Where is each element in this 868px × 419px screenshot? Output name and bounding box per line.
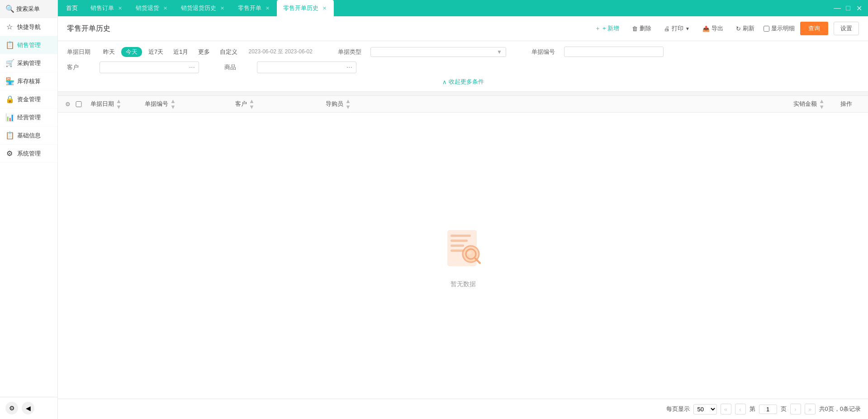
sidebar-item-label: 经营管理 <box>17 113 41 122</box>
tab-sales-order-close[interactable]: ✕ <box>117 5 123 11</box>
settings-footer-btn[interactable]: ⚙ <box>5 402 18 414</box>
tab-retail-open-history-label: 零售开单历史 <box>283 4 318 12</box>
doc-number-label: 单据编号 <box>531 48 557 56</box>
sidebar-item-base-info[interactable]: 📋 基础信息 <box>0 127 57 145</box>
svg-rect-1 <box>451 235 471 237</box>
tab-retail-open-history[interactable]: 零售开单历史 ✕ <box>277 0 334 16</box>
filter-area: 单据日期 昨天 今天 近7天 近1月 更多 自定义 2023-06-02 至 2… <box>58 41 868 92</box>
select-all-checkbox[interactable] <box>74 101 83 107</box>
sidebar: 🔍 搜索采单 ☆ 快捷导航 📋 销售管理 🛒 采购管理 🏪 库存核算 🔒 资金管… <box>0 0 58 419</box>
col-number[interactable]: 单据编号 ▲▼ <box>141 98 232 110</box>
quick-nav-icon: ☆ <box>5 23 14 31</box>
sales-mgmt-icon: 📋 <box>5 41 14 49</box>
col-date[interactable]: 单据日期 ▲▼ <box>87 98 141 110</box>
display-detail-check[interactable]: 显示明细 <box>764 24 795 33</box>
minimize-btn[interactable]: — <box>834 5 841 12</box>
collapse-sidebar-btn[interactable]: ◀ <box>22 402 34 414</box>
table-area: ⚙ 单据日期 ▲▼ 单据编号 ▲▼ 客户 <box>58 95 868 419</box>
sidebar-item-sales-mgmt[interactable]: 📋 销售管理 <box>0 36 57 54</box>
col-amount[interactable]: 实销金额 ▲▼ <box>774 98 828 110</box>
print-button[interactable]: 🖨 打印 ▼ <box>660 23 693 34</box>
product-label: 商品 <box>224 63 250 71</box>
date-btn-today[interactable]: 今天 <box>121 47 142 57</box>
doc-number-input[interactable] <box>564 47 664 57</box>
tab-sales-return-history[interactable]: 销货退货历史 ✕ <box>175 0 232 16</box>
date-btn-more[interactable]: 更多 <box>194 47 213 57</box>
tab-retail-open-history-close[interactable]: ✕ <box>321 5 327 11</box>
tab-sales-return-close[interactable]: ✕ <box>162 5 168 11</box>
close-btn[interactable]: ✕ <box>855 5 863 12</box>
delete-button[interactable]: 🗑 删除 <box>628 23 655 34</box>
query-button[interactable]: 查询 <box>800 22 828 35</box>
date-btn-last-month[interactable]: 近1月 <box>170 47 192 57</box>
sidebar-item-label: 系统管理 <box>17 150 41 158</box>
prev-page-icon: ‹ <box>739 406 741 413</box>
table-settings-icon[interactable]: ⚙ <box>62 98 74 110</box>
product-input-wrap[interactable]: ··· <box>257 61 356 73</box>
tab-sales-return-history-close[interactable]: ✕ <box>219 5 225 11</box>
gear-icon: ⚙ <box>65 101 71 108</box>
add-label: + 新增 <box>602 24 619 33</box>
tab-retail-open-close[interactable]: ✕ <box>264 5 270 11</box>
sidebar-search-btn[interactable]: 🔍 搜索采单 <box>0 0 57 18</box>
sidebar-footer: ⚙ ◀ <box>0 397 57 419</box>
window-buttons: — □ ✕ <box>834 5 866 12</box>
col-guide[interactable]: 导购员 ▲▼ <box>322 98 390 110</box>
col-date-label: 单据日期 <box>90 100 114 108</box>
col-customer[interactable]: 客户 ▲▼ <box>232 98 322 110</box>
page-number-input[interactable] <box>759 405 777 414</box>
refresh-label: 刷新 <box>743 24 754 33</box>
page-header: 零售开单历史 ＋ + 新增 🗑 删除 🖨 打印 ▼ 📤 导出 <box>58 16 868 41</box>
product-expand-icon[interactable]: ··· <box>346 63 352 71</box>
col-guide-sort-icon: ▲▼ <box>345 98 351 110</box>
add-button[interactable]: ＋ + 新增 <box>591 23 623 34</box>
settings-button[interactable]: 设置 <box>834 22 859 35</box>
tab-sales-return-label: 销货退货 <box>136 4 159 12</box>
date-filter-label: 单据日期 <box>67 48 92 56</box>
doc-type-label: 单据类型 <box>338 48 363 56</box>
tab-sales-order[interactable]: 销售订单 ✕ <box>84 0 129 16</box>
chevron-up-icon: ∧ <box>442 79 447 85</box>
pagination-summary: 共0页，0条记录 <box>819 405 861 413</box>
customer-input[interactable] <box>104 64 189 71</box>
customer-input-wrap[interactable]: ··· <box>100 61 199 73</box>
sidebar-item-label: 资金管理 <box>17 95 41 104</box>
prev-page-btn[interactable]: ‹ <box>735 404 746 414</box>
per-page-select[interactable]: 50 10 20 100 <box>693 404 717 414</box>
sidebar-item-sys-mgmt[interactable]: ⚙ 系统管理 <box>0 145 57 163</box>
tab-home[interactable]: 首页 <box>60 0 84 16</box>
empty-text: 暂无数据 <box>451 280 476 288</box>
sidebar-item-finance[interactable]: 🔒 资金管理 <box>0 90 57 108</box>
tab-retail-open[interactable]: 零售开单 ✕ <box>232 0 277 16</box>
product-input[interactable] <box>261 64 346 71</box>
first-page-btn[interactable]: « <box>721 404 731 414</box>
base-info-icon: 📋 <box>5 131 14 140</box>
customer-expand-icon[interactable]: ··· <box>189 63 195 71</box>
sidebar-item-inventory[interactable]: 🏪 库存核算 <box>0 72 57 90</box>
col-amount-sort-icon: ▲▼ <box>819 98 825 110</box>
refresh-icon: ↻ <box>736 25 741 32</box>
add-icon: ＋ <box>595 24 601 33</box>
refresh-button[interactable]: ↻ 刷新 <box>732 23 758 34</box>
sidebar-item-purchase-mgmt[interactable]: 🛒 采购管理 <box>0 54 57 72</box>
trash-icon: 🗑 <box>632 25 638 32</box>
sidebar-item-operation[interactable]: 📊 经营管理 <box>0 108 57 127</box>
export-button[interactable]: 📤 导出 <box>699 23 727 34</box>
filter-row-1: 单据日期 昨天 今天 近7天 近1月 更多 自定义 2023-06-02 至 2… <box>67 47 859 57</box>
collapse-filter-btn[interactable]: ∧ 收起更多条件 <box>442 78 484 86</box>
sidebar-item-quick-nav[interactable]: ☆ 快捷导航 <box>0 18 57 36</box>
col-action-label: 操作 <box>840 100 852 108</box>
svg-rect-3 <box>451 245 464 247</box>
last-page-btn[interactable]: » <box>805 404 816 414</box>
customer-label: 客户 <box>67 63 92 71</box>
date-btn-custom[interactable]: 自定义 <box>216 47 241 57</box>
display-detail-checkbox[interactable] <box>764 26 769 32</box>
inventory-icon: 🏪 <box>5 77 14 85</box>
date-btn-yesterday[interactable]: 昨天 <box>100 47 119 57</box>
tab-sales-return[interactable]: 销货退货 ✕ <box>129 0 175 16</box>
delete-label: 删除 <box>640 24 651 33</box>
date-btn-last7[interactable]: 近7天 <box>145 47 167 57</box>
doc-type-select[interactable]: ▼ <box>370 47 506 57</box>
next-page-btn[interactable]: › <box>790 404 801 414</box>
maximize-btn[interactable]: □ <box>844 5 852 12</box>
